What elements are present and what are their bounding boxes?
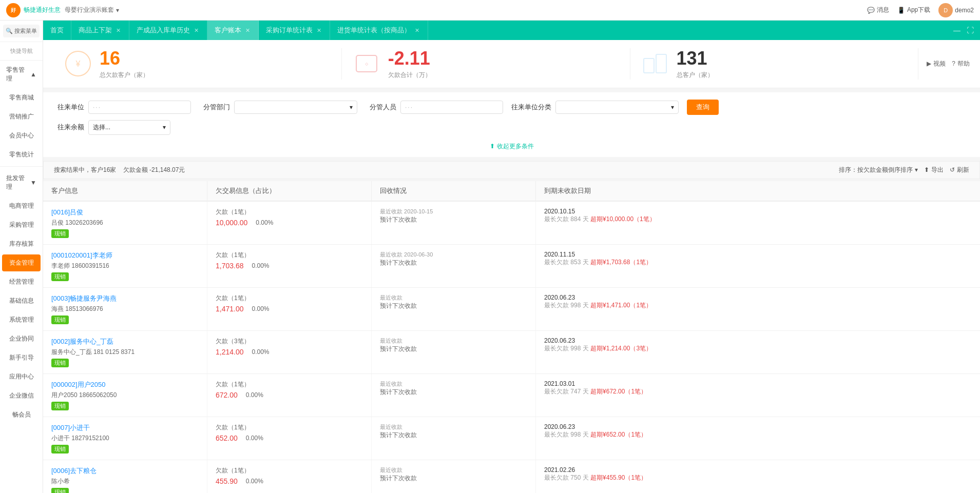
customer-name-link[interactable]: [0016]吕俊 <box>51 208 199 217</box>
username: demo2 <box>955 7 974 14</box>
debt-amount-link[interactable]: 1,703.68 <box>216 262 244 270</box>
tab-close-icon[interactable]: ✕ <box>316 26 322 35</box>
debt-percent: 0.00% <box>252 262 270 269</box>
quick-nav-label: 快捷导航 <box>3 45 40 57</box>
sidebar-item-retail-mgmt[interactable]: 零售管理 ▲ <box>2 62 41 87</box>
table-row: [0007]小进干 小进干 18279152100 现销 欠款（1笔） 652.… <box>43 417 980 460</box>
sidebar-item-enterprise-wx[interactable]: 企业微信 <box>2 387 41 404</box>
svg-text:⬦: ⬦ <box>364 59 369 67</box>
sidebar-item-newbie[interactable]: 新手引导 <box>2 349 41 366</box>
customer-phone: 李老师 18600391516 <box>51 262 199 270</box>
customer-name-link[interactable]: [0002]服务中心_丁磊 <box>51 337 199 346</box>
app-download-btn[interactable]: 📱 App下载 <box>897 6 930 14</box>
tab-close-icon[interactable]: ✕ <box>115 26 122 35</box>
user-profile[interactable]: D demo2 <box>938 3 974 17</box>
export-btn[interactable]: ⬆ 导出 <box>924 166 944 174</box>
search-menu-btn[interactable]: 🔍 搜索菜单 <box>3 25 40 37</box>
stat-total-customers: 131 总客户（家） <box>630 48 919 80</box>
messages-btn[interactable]: 💬 消息 <box>867 6 889 14</box>
overdue-days: 最长欠款 884 天 超期¥10,000.00（1笔） <box>544 215 972 224</box>
sidebar-item-member[interactable]: 会员中心 <box>2 127 41 144</box>
sidebar-item-vip[interactable]: 畅会员 <box>2 406 41 423</box>
tab-label: 进货单统计表（按商品） <box>337 26 411 35</box>
refresh-label: 刷新 <box>957 166 969 174</box>
sidebar-item-inventory[interactable]: 库存核算 <box>2 235 41 252</box>
sidebar-item-wholesale[interactable]: 批发管理 ▼ <box>2 170 41 195</box>
customer-name-link[interactable]: [0006]去下粮仓 <box>51 466 199 476</box>
query-btn[interactable]: 查询 <box>687 100 719 115</box>
debt-amount-link[interactable]: 1,214.00 <box>216 348 244 356</box>
overdue-amount-link[interactable]: 超期¥1,703.68（1笔） <box>590 259 652 266</box>
top-bar: 好 畅捷通好生意 母婴行业演示账套 ▾ 💬 消息 📱 App下载 D demo2 <box>0 0 980 21</box>
debt-amount-link[interactable]: 672.00 <box>216 391 238 399</box>
sort-btn[interactable]: 排序：按欠款金额倒序排序 ▾ <box>839 166 918 174</box>
tab-products-offline[interactable]: 商品上下架 ✕ <box>71 21 129 40</box>
sidebar-item-ecommerce[interactable]: 电商管理 <box>2 198 41 214</box>
unit-category-input[interactable]: ▾ <box>555 101 679 114</box>
debt-amount-link[interactable]: 652.00 <box>216 434 238 442</box>
from-unit-input[interactable]: ··· <box>88 101 191 114</box>
tab-maximize-btn[interactable]: ⛶ <box>965 24 976 36</box>
debt-percent: 0.00% <box>246 435 263 442</box>
chevron-icon: ▼ <box>30 179 36 186</box>
sidebar-item-enterprise[interactable]: 企业协同 <box>2 330 41 347</box>
top-bar-left: 好 畅捷通好生意 母婴行业演示账套 ▾ <box>6 3 119 17</box>
sidebar-item-purchase[interactable]: 采购管理 <box>2 216 41 233</box>
sidebar-item-basic-info[interactable]: 基础信息 <box>2 292 41 309</box>
tab-purchase-orders[interactable]: 采购订单统计表 ✕ <box>259 21 330 40</box>
overdue-amount-link[interactable]: 超期¥652.00（1笔） <box>590 431 647 438</box>
sidebar-item-app-center[interactable]: 应用中心 <box>2 368 41 385</box>
customer-name-link[interactable]: [0003]畅捷服务尹海燕 <box>51 294 199 303</box>
tab-close-icon[interactable]: ✕ <box>244 26 251 35</box>
results-actions: 排序：按欠款金额倒序排序 ▾ ⬆ 导出 ↺ 刷新 <box>839 166 969 174</box>
message-icon: 💬 <box>867 7 875 14</box>
tab-minimize-btn[interactable]: — <box>951 24 963 36</box>
debt-percent: 0.00% <box>246 391 263 399</box>
manager-input[interactable]: ··· <box>400 101 503 114</box>
cell-customer-1: [0016]吕俊 吕俊 13026203696 现销 <box>43 202 207 244</box>
tab-customer-account[interactable]: 客户账本 ✕ <box>207 21 259 40</box>
col-header-customer: 客户信息 <box>43 181 207 201</box>
customer-phone: 陈小希 <box>51 477 199 486</box>
tab-close-icon[interactable]: ✕ <box>193 26 200 35</box>
collapse-toggle-btn[interactable]: ⬆ 收起更多条件 <box>55 142 968 151</box>
video-btn[interactable]: ▶ 视频 <box>927 60 946 68</box>
video-label: 视频 <box>933 60 946 68</box>
store-selector[interactable]: 母婴行业演示账套 ▾ <box>65 6 119 14</box>
overdue-amount-link[interactable]: 超期¥455.90（1笔） <box>590 474 647 481</box>
customer-name-link[interactable]: [0007]小进干 <box>51 423 199 432</box>
filter-department: 分管部门 ▾ <box>199 101 357 114</box>
overdue-amount-link[interactable]: 超期¥10,000.00（1笔） <box>590 215 656 223</box>
customer-name-link[interactable]: [0001020001]李老师 <box>51 251 199 260</box>
sidebar-item-retail-mall[interactable]: 零售商城 <box>2 89 41 106</box>
sidebar-search-area: 🔍 搜索菜单 <box>0 21 43 42</box>
customer-phone: 用户2050 18665062050 <box>51 391 199 400</box>
video-icon: ▶ <box>927 60 931 67</box>
sidebar-item-operations[interactable]: 经营管理 <box>2 273 41 290</box>
next-collection: 预计下次收款 <box>380 474 527 483</box>
cell-customer-2: [0001020001]李老师 李老师 18600391516 现销 <box>43 245 207 287</box>
tab-purchase-stats[interactable]: 进货单统计表（按商品） ✕ <box>330 21 428 40</box>
sidebar-item-system[interactable]: 系统管理 <box>2 311 41 328</box>
manager-dots: ··· <box>405 104 413 111</box>
overdue-amount-link[interactable]: 超期¥672.00（1笔） <box>590 388 647 395</box>
refresh-btn[interactable]: ↺ 刷新 <box>950 166 969 174</box>
customer-tag: 现销 <box>51 402 69 410</box>
help-btn[interactable]: ? 帮助 <box>952 60 970 68</box>
debt-amount-link[interactable]: 1,471.00 <box>216 305 244 313</box>
tab-products-history[interactable]: 产成品入库单历史 ✕ <box>129 21 207 40</box>
sidebar-item-retail-stats[interactable]: 零售统计 <box>2 146 41 163</box>
tab-home[interactable]: 首页 <box>43 21 71 40</box>
debt-amount-link[interactable]: 455.90 <box>216 477 238 485</box>
balance-input[interactable]: 选择... ▾ <box>88 120 170 135</box>
debt-amount-link[interactable]: 10,000.00 <box>216 219 247 227</box>
app-download-label: App下载 <box>907 6 930 14</box>
tab-close-icon[interactable]: ✕ <box>414 26 420 35</box>
debt-percent: 0.00% <box>246 478 263 485</box>
department-input[interactable]: ▾ <box>234 101 357 114</box>
overdue-amount-link[interactable]: 超期¥1,471.00（1笔） <box>590 302 652 309</box>
overdue-amount-link[interactable]: 超期¥1,214.00（3笔） <box>590 345 652 352</box>
customer-name-link[interactable]: [000002]用户2050 <box>51 380 199 389</box>
sidebar-item-finance[interactable]: 资金管理 <box>2 254 41 271</box>
sidebar-item-marketing[interactable]: 营销推广 <box>2 108 41 125</box>
